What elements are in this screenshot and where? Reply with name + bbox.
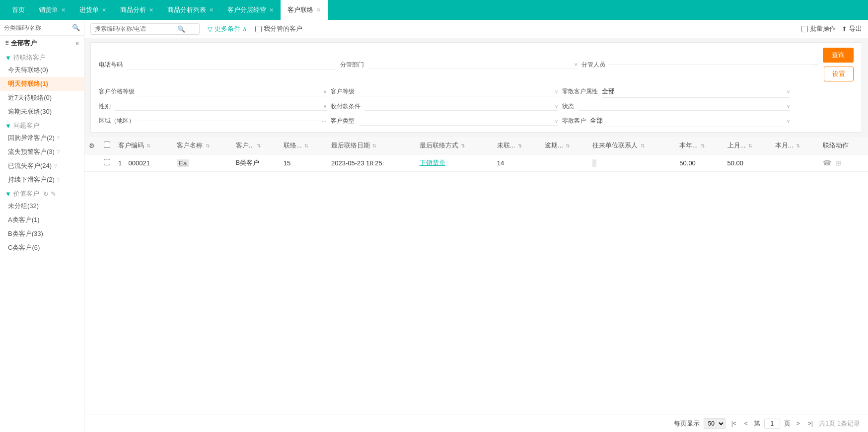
more-filter-button[interactable]: ▽ 更多条件 ∧ — [205, 23, 250, 35]
sidebar-item-overdue[interactable]: 逾期未联络(30) — [0, 105, 84, 119]
sort-icon-person[interactable]: ⇅ — [641, 143, 645, 148]
toolbar-search-input[interactable] — [95, 25, 174, 32]
sidebar-item-repurchase[interactable]: 回购异常客户(2) ? — [0, 131, 84, 145]
nav-sales-close[interactable]: ✕ — [61, 7, 66, 13]
table-container: ⚙ 客户编码 ⇅ 客户名称 ⇅ — [84, 137, 868, 415]
sidebar-item-type-a[interactable]: A类客户(1) — [0, 213, 84, 227]
nav-home[interactable]: 首页 — [5, 0, 32, 20]
filter-payment-label: 收付款条件 — [331, 102, 361, 111]
sort-icon-contact[interactable]: ⇅ — [304, 143, 308, 148]
last-page-button[interactable]: >| — [806, 420, 815, 428]
sort-icon-type[interactable]: ⇅ — [257, 143, 261, 148]
filter-price-select[interactable]: ∨ — [139, 87, 327, 96]
nav-purchase[interactable]: 进货单 ✕ — [72, 0, 113, 20]
action-phone-icon[interactable]: ☎ — [823, 159, 831, 167]
pagination: 每页显示 50 |< < 第 页 > >| 共1页 1条记录 — [84, 415, 868, 432]
nav-sales[interactable]: 销货单 ✕ — [32, 0, 72, 20]
sidebar-item-ungroup[interactable]: 未分组(32) — [0, 199, 84, 213]
filter-status-select[interactable]: ∨ — [578, 102, 790, 111]
sidebar-item-declining[interactable]: 持续下滑客户(2) ? — [0, 173, 84, 187]
filter-retail-attr-select[interactable]: 全部 ∨ — [602, 85, 790, 98]
nav-goods-analysis-list[interactable]: 商品分析列表 ✕ — [160, 0, 220, 20]
toolbar-search-icon[interactable]: 🔍 — [177, 25, 185, 33]
th-action-label: 联络动作 — [823, 142, 849, 149]
th-checkbox — [99, 137, 114, 154]
prev-page-button[interactable]: < — [742, 420, 750, 428]
filter-row-2: 客户价格等级 ∨ 客户等级 ∨ 零散客户属性 全部 — [99, 85, 854, 98]
filter-region-more[interactable]: ··· — [322, 118, 327, 125]
nav-purchase-close[interactable]: ✕ — [102, 7, 106, 13]
sort-icon-this-month[interactable]: ⇅ — [796, 143, 800, 148]
filter-gender-select[interactable]: ∨ — [115, 102, 327, 111]
nav-goods-analysis-list-close[interactable]: ✕ — [209, 7, 214, 13]
sidebar-item-churned[interactable]: 已流失客户(24) ? — [0, 159, 84, 173]
batch-op-check[interactable] — [801, 26, 808, 32]
th-name-label: 客户名称 — [177, 142, 203, 149]
sort-icon-name[interactable]: ⇅ — [206, 143, 210, 148]
nav-customer-tier[interactable]: 客户分层经营 ✕ — [220, 0, 281, 20]
nav-customer-contact[interactable]: 客户联络 ✕ — [281, 0, 328, 20]
action-grid-icon[interactable]: ⊞ — [835, 159, 841, 167]
filter-payment-select[interactable]: ∨ — [364, 102, 559, 111]
refresh-icon-value[interactable]: ↻ — [43, 190, 49, 198]
sort-icon-method[interactable]: ⇅ — [461, 143, 465, 148]
sidebar-item-churn-warning[interactable]: 流失预警客户(3) ? — [0, 145, 84, 159]
sidebar-all-customers[interactable]: ⠿ 全部客户 « — [0, 36, 84, 51]
set-button[interactable]: 设置 — [824, 67, 854, 81]
toolbar: 🔍 ▽ 更多条件 ∧ 我分管的客户 批量操作 ⬆ 导出 — [84, 20, 868, 38]
first-page-button[interactable]: |< — [729, 420, 738, 428]
filter-customer-type-select[interactable]: ∨ — [359, 117, 559, 126]
th-method-label: 最后联络方式 — [420, 142, 458, 149]
sidebar-value-label: 价值客户 — [13, 189, 39, 198]
sidebar-item-today[interactable]: 今天待联络(0) — [0, 63, 84, 77]
sort-icon-no-contact[interactable]: ⇅ — [518, 143, 522, 148]
page-number-input[interactable] — [764, 419, 780, 429]
sidebar-declining-label: 持续下滑客户(2) — [8, 175, 55, 184]
filter-person-more[interactable]: ··· — [814, 61, 819, 68]
my-customer-label: 我分管的客户 — [264, 24, 302, 33]
nav-customer-contact-close[interactable]: ✕ — [316, 7, 321, 13]
sort-icon-overdue[interactable]: ⇅ — [566, 143, 570, 148]
batch-operation-button[interactable]: 批量操作 — [801, 24, 836, 33]
filter-retail-customer: 零散客户 全部 ∨ — [562, 115, 790, 127]
nav-goods-analysis-close[interactable]: ✕ — [149, 7, 153, 13]
filter-phone-input[interactable] — [127, 60, 336, 70]
sidebar-item-tomorrow[interactable]: 明天待联络(1) — [0, 77, 84, 91]
sort-icon-code[interactable]: ⇅ — [146, 143, 150, 148]
page-size-select[interactable]: 50 — [704, 418, 725, 429]
filter-retail-customer-value: 全部 — [590, 116, 603, 125]
th-last-month: 上月... ⇅ — [723, 137, 771, 154]
filter-panel: 电话号码 分管部门 ∨ 分管人员 ··· — [90, 42, 862, 133]
query-button[interactable]: 查询 — [823, 48, 854, 63]
row-year-amount-cell: 50.00 — [675, 154, 723, 172]
export-button[interactable]: ⬆ 导出 — [842, 24, 862, 33]
filter-price-grade-label: 客户价格等级 — [99, 87, 135, 96]
filter-retail-customer-select[interactable]: 全部 ∨ — [590, 115, 790, 127]
sidebar-search-input[interactable] — [4, 24, 70, 31]
sidebar-item-type-b[interactable]: B类客户(33) — [0, 227, 84, 241]
my-customer-checkbox[interactable]: 我分管的客户 — [255, 24, 302, 33]
sidebar-today-label: 今天待联络(0) — [8, 66, 48, 74]
row-method-link[interactable]: 下销货单 — [420, 159, 445, 166]
sidebar-collapse-icon[interactable]: « — [75, 40, 79, 47]
sort-icon-year[interactable]: ⇅ — [701, 143, 705, 148]
row-checkbox[interactable] — [104, 159, 110, 165]
gear-icon[interactable]: ⚙ — [89, 142, 95, 149]
filter-grade-select[interactable]: ∨ — [359, 87, 559, 96]
sidebar-item-week7[interactable]: 近7天待联络(0) — [0, 91, 84, 105]
row-last-month-cell: 50.00 — [723, 154, 771, 172]
nav-customer-tier-close[interactable]: ✕ — [269, 7, 274, 13]
edit-icon-value[interactable]: ✎ — [51, 190, 56, 198]
table-select-all[interactable] — [104, 142, 110, 148]
sidebar-search-icon[interactable]: 🔍 — [72, 24, 80, 31]
filter-phone: 电话号码 — [99, 60, 336, 70]
sidebar-week7-label: 近7天待联络(0) — [8, 93, 52, 102]
my-customer-check[interactable] — [255, 26, 262, 32]
sort-icon-date[interactable]: ⇅ — [372, 143, 376, 148]
nav-goods-analysis[interactable]: 商品分析 ✕ — [113, 0, 160, 20]
sidebar-item-type-c[interactable]: C类客户(6) — [0, 241, 84, 255]
sort-icon-last-month[interactable]: ⇅ — [748, 143, 752, 148]
filter-dept-select[interactable]: ∨ — [368, 60, 578, 69]
th-contact-count-label: 联络... — [284, 142, 302, 149]
next-page-button[interactable]: > — [795, 420, 802, 428]
